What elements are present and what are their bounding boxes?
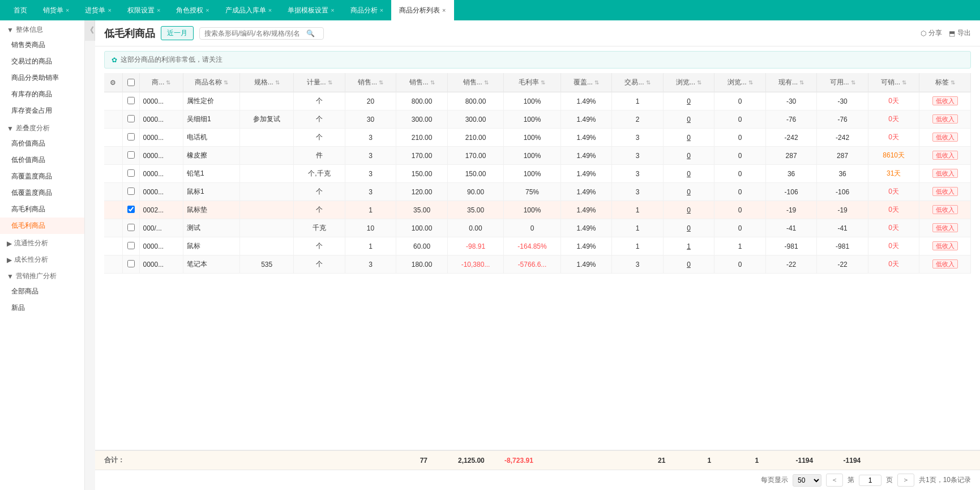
sidebar-group-circulation[interactable]: ▶ 流通性分析 — [0, 234, 84, 250]
views1-link-5[interactable]: 0 — [687, 188, 691, 196]
sidebar-group-growth[interactable]: ▶ 成长性分析 — [0, 250, 84, 267]
views1-link-2[interactable]: 0 — [687, 134, 691, 142]
th-checkbox[interactable] — [122, 73, 139, 92]
sidebar-item-category-rate[interactable]: 商品分类助销率 — [0, 70, 84, 86]
views1-link-3[interactable]: 0 — [687, 152, 691, 160]
row-checkbox-7[interactable] — [127, 224, 135, 231]
views1-link-1[interactable]: 0 — [687, 116, 691, 123]
views1-link-9[interactable]: 0 — [687, 261, 691, 269]
views1-link-6[interactable]: 0 — [687, 206, 691, 214]
th-sale-profit[interactable]: 销售...⇅ — [447, 73, 503, 92]
nav-goods-analysis[interactable]: 商品分析 × — [343, 0, 391, 20]
sidebar-item-low-coverage[interactable]: 低覆盖度商品 — [0, 185, 84, 201]
sidebar-item-sales-goods[interactable]: 销售类商品 — [0, 37, 84, 53]
nav-close-goods-analysis[interactable]: × — [380, 7, 383, 14]
filter-period-button[interactable]: 近一月 — [161, 26, 194, 40]
cell-views1-7[interactable]: 0 — [663, 219, 714, 237]
cell-views1-9[interactable]: 0 — [663, 255, 714, 274]
cell-check-9[interactable] — [122, 255, 139, 274]
prev-page-button[interactable]: ＜ — [826, 474, 843, 487]
cell-views1-2[interactable]: 0 — [663, 129, 714, 147]
row-checkbox-6[interactable] — [127, 206, 135, 213]
row-checkbox-3[interactable] — [127, 151, 135, 159]
sidebar-group-margin[interactable]: ▼ 差叠度分析 — [0, 119, 84, 135]
page-size-select[interactable]: 50 100 200 — [793, 474, 821, 487]
nav-permission[interactable]: 权限设置 × — [119, 0, 168, 20]
sidebar-item-all-goods[interactable]: 全部商品 — [0, 283, 84, 300]
sidebar-item-stock-capital[interactable]: 库存资金占用 — [0, 103, 84, 119]
views1-link-4[interactable]: 0 — [687, 170, 691, 178]
th-coverage[interactable]: 覆盖...⇅ — [560, 73, 612, 92]
th-spec[interactable]: 规格...⇅ — [240, 73, 294, 92]
sidebar-collapse-button[interactable]: 《 — [85, 20, 95, 41]
cell-check-7[interactable] — [122, 219, 139, 237]
cell-views1-8[interactable]: 1 — [663, 237, 714, 255]
cell-views1-1[interactable]: 0 — [663, 110, 714, 129]
export-button[interactable]: ⬒ 导出 — [949, 28, 971, 38]
cell-name-0[interactable]: 属性定价 — [183, 92, 240, 110]
search-icon[interactable]: 🔍 — [306, 29, 315, 37]
th-settings[interactable]: ⚙ — [104, 73, 122, 92]
share-button[interactable]: ⬡ 分享 — [921, 28, 942, 38]
sidebar-item-traded-goods[interactable]: 交易过的商品 — [0, 53, 84, 70]
page-input[interactable] — [859, 475, 881, 486]
row-checkbox-4[interactable] — [127, 169, 135, 177]
th-views1[interactable]: 浏览...⇅ — [663, 73, 714, 92]
cell-views1-0[interactable]: 0 — [663, 92, 714, 110]
cell-check-2[interactable] — [122, 129, 139, 147]
nav-purchase[interactable]: 进货单 × — [77, 0, 119, 20]
cell-check-6[interactable] — [122, 201, 139, 219]
cell-name-6[interactable]: 鼠标垫 — [183, 201, 240, 219]
sidebar-item-high-profit[interactable]: 高毛利商品 — [0, 201, 84, 218]
cell-name-3[interactable]: 橡皮擦 — [183, 147, 240, 165]
cell-name-7[interactable]: 测试 — [183, 219, 240, 237]
sidebar-item-high-coverage[interactable]: 高覆盖度商品 — [0, 168, 84, 185]
sidebar-item-new-goods[interactable]: 新品 — [0, 300, 84, 316]
nav-close-purchase[interactable]: × — [108, 7, 111, 14]
cell-name-1[interactable]: 吴细细1 — [183, 110, 240, 129]
cell-name-9[interactable]: 笔记本 — [183, 255, 240, 274]
cell-views1-3[interactable]: 0 — [663, 147, 714, 165]
th-tag[interactable]: 标签⇅ — [919, 73, 971, 92]
cell-name-4[interactable]: 铅笔1 — [183, 165, 240, 183]
cell-check-4[interactable] — [122, 165, 139, 183]
th-unit[interactable]: 计量...⇅ — [294, 73, 345, 92]
row-checkbox-2[interactable] — [127, 133, 135, 140]
sidebar-item-high-value[interactable]: 高价值商品 — [0, 135, 84, 152]
nav-product-entry[interactable]: 产成品入库单 × — [217, 0, 280, 20]
sidebar-item-stock-goods[interactable]: 有库存的商品 — [0, 86, 84, 103]
cell-views1-5[interactable]: 0 — [663, 183, 714, 201]
sidebar-item-low-profit[interactable]: 低毛利商品 — [0, 218, 84, 234]
cell-check-0[interactable] — [122, 92, 139, 110]
nav-close-permission[interactable]: × — [157, 7, 160, 14]
th-gross-rate[interactable]: 毛利率⇅ — [504, 73, 560, 92]
cell-name-5[interactable]: 鼠标1 — [183, 183, 240, 201]
views1-link-0[interactable]: 0 — [687, 97, 691, 105]
nav-sales[interactable]: 销货单 × — [35, 0, 77, 20]
select-all-checkbox[interactable] — [127, 79, 135, 86]
nav-role[interactable]: 角色授权 × — [168, 0, 217, 20]
views1-link-8[interactable]: 1 — [687, 242, 691, 250]
row-checkbox-9[interactable] — [127, 260, 135, 267]
cell-check-1[interactable] — [122, 110, 139, 129]
nav-close-template[interactable]: × — [331, 7, 334, 14]
next-page-button[interactable]: ＞ — [897, 474, 914, 487]
cell-check-8[interactable] — [122, 237, 139, 255]
nav-close-sales[interactable]: × — [66, 7, 69, 14]
th-name[interactable]: 商品名称⇅ — [183, 73, 240, 92]
th-saleable-days[interactable]: 可销...⇅ — [868, 73, 919, 92]
row-checkbox-0[interactable] — [127, 97, 135, 104]
search-input[interactable] — [204, 29, 306, 37]
nav-home[interactable]: 首页 — [6, 0, 35, 20]
nav-goods-analysis-list[interactable]: 商品分析列表 × — [391, 0, 453, 20]
cell-views1-6[interactable]: 0 — [663, 201, 714, 219]
sidebar-group-overview[interactable]: ▼ 整体信息 — [0, 20, 84, 37]
sidebar-item-low-value[interactable]: 低价值商品 — [0, 152, 84, 168]
row-checkbox-1[interactable] — [127, 115, 135, 122]
th-code[interactable]: 商...⇅ — [139, 73, 183, 92]
th-sale-qty[interactable]: 销售...⇅ — [345, 73, 396, 92]
th-current-stock[interactable]: 现有...⇅ — [765, 73, 817, 92]
cell-check-3[interactable] — [122, 147, 139, 165]
row-checkbox-5[interactable] — [127, 188, 135, 195]
th-sale-amount[interactable]: 销售...⇅ — [396, 73, 448, 92]
